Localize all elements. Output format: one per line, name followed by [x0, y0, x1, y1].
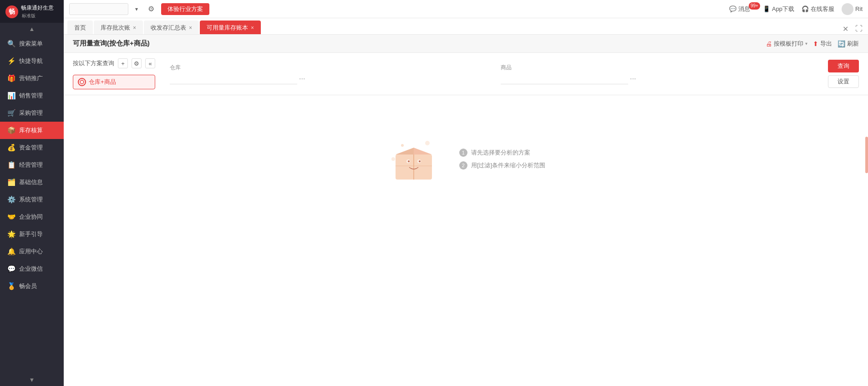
app-download-label: App下载: [772, 5, 794, 13]
sidebar-item-label: 营销推广: [19, 74, 43, 82]
main-area: ▾ ⚙ 体验行业方案 💬 消息 99+ 📱 App下载 🎧 在线客服 Rit: [64, 0, 868, 386]
topbar-app-download[interactable]: 📱 App下载: [763, 5, 794, 13]
svg-point-12: [391, 157, 395, 161]
sidebar-item-search[interactable]: 🔍 搜索菜单: [0, 35, 64, 52]
folder-icon: 🗂️: [7, 178, 15, 186]
export-icon: ⬆: [813, 40, 818, 47]
svg-point-9: [419, 160, 421, 162]
product-input[interactable]: [501, 73, 628, 84]
warehouse-input[interactable]: [170, 73, 297, 84]
svg-point-8: [408, 160, 410, 162]
sidebar-nav: 🔍 搜索菜单 ⚡ 快捷导航 🎁 营销推广 📊 销售管理 🛒 采购管理 📦 库存核…: [0, 35, 64, 374]
message-icon: 💬: [729, 5, 736, 12]
bell-icon: 🔔: [7, 247, 15, 256]
app-name: 畅康通好生意: [21, 5, 54, 12]
topbar-dropdown-btn[interactable]: ▾: [131, 4, 142, 15]
print-button[interactable]: 🖨 按模板打印 ▾: [766, 40, 807, 48]
print-icon: 🖨: [766, 40, 772, 47]
sidebar: 畅 畅康通好生意 标准版 ▲ 🔍 搜索菜单 ⚡ 快捷导航 🎁 营销推广 📊 销售…: [0, 0, 64, 386]
sidebar-item-label: 采购管理: [19, 109, 43, 117]
tip-text-1: 请先选择要分析的方案: [471, 149, 530, 157]
sidebar-item-label: 搜索菜单: [19, 40, 43, 48]
sidebar-item-label: 系统管理: [19, 196, 43, 204]
empty-state: 1 请先选择要分析的方案 2 用[过滤]条件来缩小分析范围: [64, 95, 868, 223]
handshake-icon: 🤝: [7, 213, 15, 221]
tab-label: 首页: [74, 24, 86, 32]
shortcut-icon: ⚡: [7, 57, 15, 65]
filter-area: 按以下方案查询 + ⚙ « 仓库+商品 仓库: [64, 53, 868, 95]
user-name: Rit: [855, 5, 863, 12]
right-scrollbar[interactable]: [865, 137, 868, 173]
query-button[interactable]: 查询: [828, 60, 859, 72]
medal-icon: 🏅: [7, 282, 15, 290]
box-icon: 📦: [7, 126, 15, 134]
empty-tip-1: 1 请先选择要分析的方案: [459, 149, 545, 157]
sidebar-item-purchase[interactable]: 🛒 采购管理: [0, 104, 64, 122]
sidebar-item-wechat[interactable]: 💬 企业微信: [0, 260, 64, 278]
app-logo: 畅: [5, 5, 18, 18]
topbar-messages[interactable]: 💬 消息 99+: [729, 5, 756, 13]
tab-available[interactable]: 可用量库存账本 ×: [200, 21, 261, 34]
page-title: 可用量查询(按仓库+商品): [73, 39, 150, 48]
sidebar-item-newbie[interactable]: 🌟 新手引导: [0, 226, 64, 243]
tab-close-window-btn[interactable]: ✕: [840, 23, 851, 34]
refresh-icon: 🔄: [838, 40, 845, 47]
tab-expand-btn[interactable]: ⛶: [853, 23, 864, 34]
topbar-gear-btn[interactable]: ⚙: [145, 3, 157, 15]
sidebar-item-label: 企业微信: [19, 265, 43, 273]
tab-label: 可用量库存账本: [207, 24, 248, 32]
tab-batch[interactable]: 库存批次账 ×: [94, 21, 143, 34]
topbar-right: 💬 消息 99+ 📱 App下载 🎧 在线客服 Rit: [729, 3, 863, 15]
sidebar-item-basic[interactable]: 🗂️ 基础信息: [0, 174, 64, 191]
sidebar-item-label: 企业协同: [19, 213, 43, 221]
sidebar-item-marketing[interactable]: 🎁 营销推广: [0, 70, 64, 87]
sidebar-item-operation[interactable]: 📋 经营管理: [0, 156, 64, 174]
tab-summary[interactable]: 收发存汇总表 ×: [144, 21, 199, 34]
sidebar-item-finance[interactable]: 💰 资金管理: [0, 139, 64, 156]
sidebar-item-enterprise[interactable]: 🤝 企业协同: [0, 208, 64, 226]
trial-button[interactable]: 体验行业方案: [161, 3, 209, 15]
sidebar-scroll-down[interactable]: ▼: [0, 374, 64, 386]
tab-close-batch[interactable]: ×: [133, 25, 136, 31]
sidebar-scroll-up[interactable]: ▲: [0, 23, 64, 35]
gift-icon: 🎁: [7, 74, 15, 82]
filter-actions: 查询 设置: [828, 60, 859, 88]
empty-tip-2: 2 用[过滤]条件来缩小分析范围: [459, 161, 545, 170]
add-scheme-btn[interactable]: +: [118, 58, 128, 68]
filter-fields: 仓库 ··· 商品 ···: [170, 64, 822, 84]
sidebar-item-label: 新手引导: [19, 230, 43, 238]
tab-close-summary[interactable]: ×: [189, 25, 192, 31]
sidebar-item-shortcut[interactable]: ⚡ 快捷导航: [0, 52, 64, 70]
sidebar-item-system[interactable]: ⚙️ 系统管理: [0, 191, 64, 208]
tab-close-available[interactable]: ×: [251, 25, 254, 31]
svg-marker-3: [414, 148, 432, 154]
svg-marker-2: [396, 148, 414, 154]
export-button[interactable]: ⬆ 导出: [813, 40, 832, 48]
sidebar-item-inventory[interactable]: 📦 库存核算: [0, 122, 64, 139]
collapse-scheme-btn[interactable]: «: [145, 58, 155, 68]
dropdown-arrow-icon: ▾: [805, 41, 807, 46]
export-label: 导出: [820, 40, 832, 48]
product-field-group: 商品 ···: [501, 64, 822, 84]
filter-title: 按以下方案查询: [73, 59, 114, 67]
page-header-actions: 🖨 按模板打印 ▾ ⬆ 导出 🔄 刷新: [766, 40, 859, 48]
tab-home[interactable]: 首页: [67, 21, 93, 34]
product-more-btn[interactable]: ···: [630, 75, 636, 83]
scheme-item-warehouse-product[interactable]: 仓库+商品: [73, 75, 155, 89]
sidebar-item-member[interactable]: 🏅 畅会员: [0, 278, 64, 295]
avatar: [842, 3, 853, 15]
topbar-search-input[interactable]: [69, 3, 128, 15]
scheme-settings-btn[interactable]: ⚙: [132, 58, 142, 68]
warehouse-more-btn[interactable]: ···: [299, 75, 305, 83]
topbar-user[interactable]: Rit: [842, 3, 863, 15]
sidebar-item-sales[interactable]: 📊 销售管理: [0, 87, 64, 104]
chart-icon: 📊: [7, 92, 15, 100]
message-badge: 99+: [749, 2, 760, 10]
gear-icon: ⚙️: [7, 196, 15, 204]
sidebar-item-appstore[interactable]: 🔔 应用中心: [0, 243, 64, 260]
refresh-button[interactable]: 🔄 刷新: [838, 40, 859, 48]
svg-point-11: [425, 141, 430, 145]
settings-button[interactable]: 设置: [828, 75, 859, 88]
empty-state-content: 1 请先选择要分析的方案 2 用[过滤]条件来缩小分析范围: [386, 132, 545, 186]
topbar-service[interactable]: 🎧 在线客服: [802, 5, 834, 13]
